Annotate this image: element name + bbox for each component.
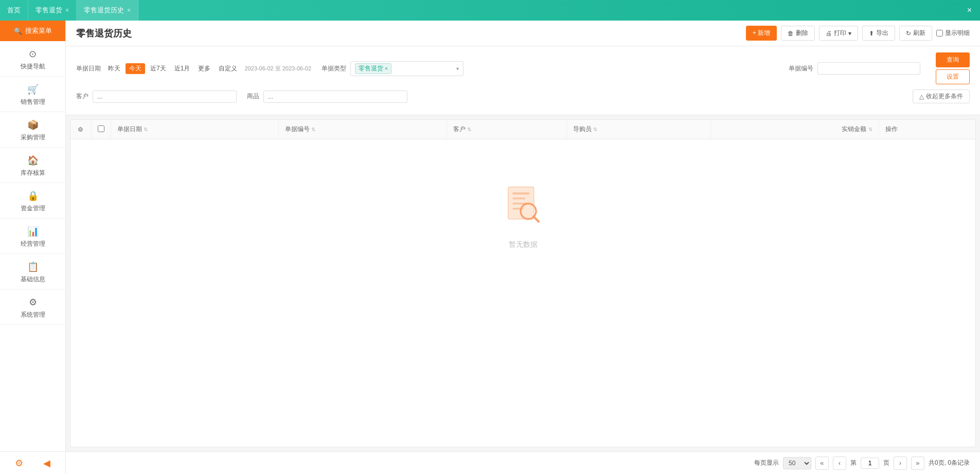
svg-rect-2 (512, 197, 525, 199)
sidebar-menu: ⊙ 快捷导航 🛒 销售管理 📦 采购管理 🏠 库存核算 🔒 资金管理 📊 (0, 41, 65, 451)
sidebar-item-sales-mgmt[interactable]: 🛒 销售管理 (0, 77, 65, 112)
sidebar-item-system-mgmt[interactable]: ⚙ 系统管理 (0, 289, 65, 325)
last-page-button[interactable]: » (911, 457, 924, 470)
filter-area: 单据日期 昨天 今天 近7天 近1月 更多 自定义 2023-06-02 至 2… (66, 46, 980, 115)
svg-line-6 (533, 216, 539, 222)
finance-icon: 🔒 (27, 190, 39, 202)
sidebar-item-purchase-mgmt[interactable]: 📦 采购管理 (0, 112, 65, 148)
sidebar-item-quick-nav[interactable]: ⊙ 快捷导航 (0, 41, 65, 77)
customer-input[interactable] (93, 90, 237, 103)
empty-cell: 暂无数据 (70, 139, 975, 291)
top-bar: 首页 零售退货 × 零售退货历史 × × (0, 0, 980, 21)
empty-state: 暂无数据 (70, 139, 975, 290)
th-customer[interactable]: 客户 (447, 120, 567, 139)
th-doc-number[interactable]: 单据编号 (279, 120, 447, 139)
sidebar-item-finance[interactable]: 🔒 资金管理 (0, 183, 65, 218)
basic-info-icon: 📋 (27, 261, 39, 272)
remove-doc-type-tag[interactable]: × (385, 66, 388, 71)
data-table: ⚙ 单据日期 单据编号 客户 (70, 120, 975, 290)
select-all-checkbox[interactable] (98, 125, 104, 132)
doc-type-filter-field: 单据类型 零售退货 × ▾ (322, 61, 486, 76)
th-check (91, 120, 111, 139)
table-container: ⚙ 单据日期 单据编号 客户 (70, 119, 976, 447)
customer-filter-field: 客户 (76, 90, 237, 103)
pagination-bar: 每页显示 20 50 100 « ‹ 第 页 › » 共0页, 0条记录 (66, 451, 980, 474)
inventory-icon: 🏠 (27, 155, 39, 166)
print-button[interactable]: 🖨 打印 ▾ (819, 26, 858, 41)
header-actions: + 新增 🗑 删除 🖨 打印 ▾ ⬆ 导出 ↻ 刷新 (746, 26, 970, 41)
column-settings-icon[interactable]: ⚙ (78, 126, 83, 133)
date-btn-1month[interactable]: 近1月 (171, 63, 193, 74)
th-amount[interactable]: 实销金额 (711, 120, 879, 139)
delete-button[interactable]: 🗑 删除 (781, 26, 815, 41)
empty-illustration (497, 180, 549, 232)
sidebar-bottom: ⚙ ◀ (0, 451, 65, 474)
settings-filter-button[interactable]: 设置 (936, 69, 970, 84)
window-close-button[interactable]: × (959, 0, 980, 21)
search-icon: 🔍 (14, 27, 22, 35)
empty-row: 暂无数据 (70, 139, 975, 291)
current-page-input[interactable] (861, 458, 879, 469)
date-quick-buttons: 昨天 今天 近7天 近1月 更多 自定义 2023-06-02 至 2023-0… (105, 63, 311, 74)
doc-type-chevron: ▾ (456, 66, 459, 71)
tab-home[interactable]: 首页 (0, 0, 28, 21)
sidebar-item-basic-info[interactable]: 📋 基础信息 (0, 254, 65, 289)
sales-icon: 🛒 (27, 84, 39, 95)
print-icon: 🖨 (826, 30, 832, 37)
query-button[interactable]: 查询 (936, 52, 970, 67)
first-page-button[interactable]: « (815, 457, 829, 470)
date-btn-yesterday[interactable]: 昨天 (105, 63, 123, 74)
th-actions: 操作 (879, 120, 975, 139)
prev-page-button[interactable]: ‹ (833, 457, 846, 470)
doc-number-input[interactable] (817, 62, 920, 75)
date-filter-field: 单据日期 昨天 今天 近7天 近1月 更多 自定义 2023-06-02 至 2… (76, 63, 311, 74)
th-guide[interactable]: 导购员 (567, 120, 711, 139)
total-info: 共0页, 0条记录 (929, 459, 970, 467)
collapse-filter-button[interactable]: △ 收起更多条件 (913, 89, 970, 103)
content-area: 零售退货历史 + 新增 🗑 删除 🖨 打印 ▾ ⬆ 导出 ↻ (66, 21, 980, 474)
close-tab-retail-return-history[interactable]: × (127, 7, 131, 14)
show-detail-checkbox-label: 显示明细 (936, 29, 970, 38)
delete-icon: 🗑 (788, 30, 794, 37)
goods-filter-field: 商品 (247, 90, 407, 103)
date-btn-custom[interactable]: 自定义 (216, 63, 240, 74)
th-doc-date[interactable]: 单据日期 (111, 120, 279, 139)
table-header-row: ⚙ 单据日期 单据编号 客户 (70, 120, 975, 139)
date-btn-more[interactable]: 更多 (195, 63, 213, 74)
page-size-select[interactable]: 20 50 100 (783, 457, 811, 469)
main-layout: 🔍 搜索菜单 ⊙ 快捷导航 🛒 销售管理 📦 采购管理 🏠 库存核算 🔒 (0, 21, 980, 474)
purchase-icon: 📦 (27, 119, 39, 131)
filter-row-1: 单据日期 昨天 今天 近7天 近1月 更多 自定义 2023-06-02 至 2… (76, 52, 970, 84)
show-detail-checkbox[interactable] (936, 30, 943, 37)
svg-rect-1 (512, 192, 529, 194)
sidebar-item-inventory[interactable]: 🏠 库存核算 (0, 148, 65, 183)
page-header: 零售退货历史 + 新增 🗑 删除 🖨 打印 ▾ ⬆ 导出 ↻ (66, 21, 980, 46)
tab-retail-return-history[interactable]: 零售退货历史 × (77, 0, 138, 21)
export-icon: ⬆ (869, 30, 874, 37)
doc-type-select[interactable]: 零售退货 × ▾ (350, 61, 464, 76)
sidebar: 🔍 搜索菜单 ⊙ 快捷导航 🛒 销售管理 📦 采购管理 🏠 库存核算 🔒 (0, 21, 66, 474)
th-settings: ⚙ (70, 120, 91, 139)
system-mgmt-icon: ⚙ (27, 297, 39, 308)
new-button[interactable]: + 新增 (746, 26, 777, 41)
page-title: 零售退货历史 (76, 27, 132, 40)
quick-nav-icon: ⊙ (27, 48, 39, 60)
print-chevron: ▾ (848, 30, 851, 37)
next-page-button[interactable]: › (894, 457, 907, 470)
sidebar-search[interactable]: 🔍 搜索菜单 (0, 21, 65, 41)
filter-row-2: 客户 商品 △ 收起更多条件 (76, 89, 970, 103)
sidebar-item-operations[interactable]: 📊 经营管理 (0, 218, 65, 254)
goods-input[interactable] (263, 90, 407, 103)
doc-number-filter-field: 单据编号 (789, 62, 920, 75)
empty-text: 暂无数据 (509, 240, 538, 249)
tab-retail-return[interactable]: 零售退货 × (28, 0, 77, 21)
settings-bottom-icon[interactable]: ⚙ (15, 458, 23, 469)
date-btn-today[interactable]: 今天 (126, 63, 145, 74)
date-btn-7days[interactable]: 近7天 (147, 63, 169, 74)
table-body: 暂无数据 (70, 139, 975, 291)
refresh-button[interactable]: ↻ 刷新 (899, 26, 932, 41)
collapse-sidebar-icon[interactable]: ◀ (43, 458, 50, 469)
refresh-icon: ↻ (906, 30, 911, 37)
export-button[interactable]: ⬆ 导出 (862, 26, 895, 41)
close-tab-retail-return[interactable]: × (65, 7, 69, 14)
